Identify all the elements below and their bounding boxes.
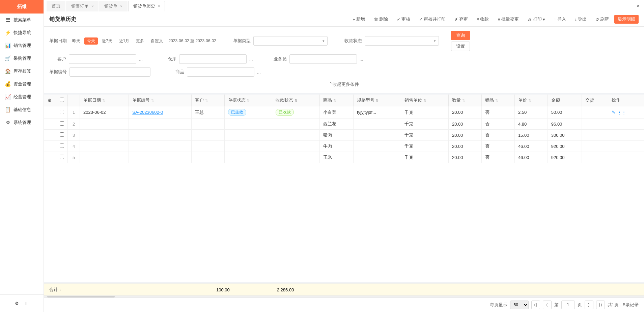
import-button[interactable]: ↑ 导入 (551, 15, 569, 24)
sidebar-item-label: 经营管理 (13, 94, 31, 100)
doc-no-sort[interactable]: 单据编号 ⇅ (132, 97, 188, 103)
collapse-row[interactable]: ⌃ 收起更多条件 (49, 80, 639, 89)
th-spec[interactable]: 规格型号 ⇅ (353, 95, 401, 106)
salesperson-input[interactable] (289, 54, 357, 64)
doc-no-input[interactable] (69, 67, 150, 77)
warehouse-input[interactable] (179, 54, 247, 64)
price-sort[interactable]: 单价 ⇅ (518, 97, 544, 103)
sidebar-item-finance-mgmt[interactable]: 💰 资金管理 (0, 78, 44, 90)
cell-0-3: 2023-06-02 (80, 106, 129, 119)
th-goods[interactable]: 商品 ⇅ (320, 95, 354, 106)
th-doc-status[interactable]: 单据状态 ⇅ (225, 95, 272, 106)
select-all-checkbox[interactable] (60, 98, 64, 102)
batch-change-button[interactable]: ≡ 批量变更 (494, 15, 522, 24)
last-page-button[interactable]: ⟩⟩ (596, 301, 605, 309)
th-unit[interactable]: 销售单位 ⇅ (401, 95, 448, 106)
th-settings[interactable]: ⚙ (44, 95, 56, 106)
th-doc-date[interactable]: 单据日期 ⇅ (80, 95, 129, 106)
doc-no-link[interactable]: SA-20230602-0 (132, 110, 163, 115)
query-button[interactable]: 查询 (451, 31, 470, 40)
cell-4-11: 20.00 (449, 152, 482, 163)
th-checkbox[interactable] (56, 95, 68, 106)
pause-icon[interactable]: ⏸ (24, 301, 29, 306)
customer-dots[interactable]: ... (139, 57, 143, 62)
export-button[interactable]: ↓ 导出 (571, 15, 590, 24)
refresh-button[interactable]: ↺ 刷新 (592, 15, 612, 24)
first-page-button[interactable]: ⟨⟨ (531, 301, 540, 309)
date-tab-1month[interactable]: 近1月 (116, 37, 132, 45)
th-qty[interactable]: 数量 ⇅ (449, 95, 482, 106)
add-button[interactable]: + 新增 (349, 15, 369, 24)
row-checkbox-2[interactable] (60, 132, 64, 137)
row-checkbox-0[interactable] (60, 110, 64, 114)
customer-input[interactable] (69, 54, 136, 64)
sidebar-item-search-menu[interactable]: ☰ 搜索菜单 (0, 14, 44, 26)
th-doc-no[interactable]: 单据编号 ⇅ (129, 95, 192, 106)
doc-date-sort[interactable]: 单据日期 ⇅ (83, 97, 125, 103)
settings-button[interactable]: 设置 (451, 42, 470, 51)
next-page-button[interactable]: ⟩ (585, 301, 593, 309)
row-checkbox-1[interactable] (60, 121, 64, 126)
goods-dots[interactable]: ... (257, 70, 261, 75)
spec-sort[interactable]: 规格型号 ⇅ (357, 97, 397, 103)
qty-sort[interactable]: 数量 ⇅ (452, 97, 478, 103)
collect-status-sort[interactable]: 收款状态 ⇅ (276, 97, 316, 103)
sidebar-item-sales-mgmt[interactable]: 📊 销售管理 (0, 39, 44, 52)
prev-page-button[interactable]: ⟨ (543, 301, 552, 309)
discard-button[interactable]: ✗ 弃审 (451, 15, 471, 24)
row-checkbox-4[interactable] (60, 155, 64, 159)
more-op-btn[interactable]: ⋮⋮ (617, 110, 626, 115)
table-header: ⚙ 单据日期 ⇅ 单据编号 (44, 95, 644, 106)
salesperson-dots[interactable]: ... (360, 57, 363, 62)
sidebar-item-inventory[interactable]: 🏠 库存核算 (0, 65, 44, 78)
row-checkbox-3[interactable] (60, 144, 64, 148)
audit-print-button[interactable]: ✓ 审核并打印 (416, 15, 449, 24)
table-body: 12023-06-02SA-20230602-0王总已生效已收款小白菜tyjyj… (44, 106, 644, 163)
tab-sales-history-close[interactable]: × (158, 4, 160, 8)
th-collect-status[interactable]: 收款状态 ⇅ (272, 95, 320, 106)
sidebar-item-label: 系统管理 (13, 120, 31, 126)
sys-icon: ⚙ (5, 120, 11, 126)
audit-button[interactable]: ✓ 审核 (393, 15, 414, 24)
doc-status-sort[interactable]: 单据状态 ⇅ (228, 97, 269, 103)
collect-button[interactable]: ¥ 收款 (473, 15, 492, 24)
sidebar-item-quick-nav[interactable]: ⚡ 快捷导航 (0, 26, 44, 39)
sidebar-item-label: 基础信息 (13, 107, 31, 113)
warehouse-dots[interactable]: ... (249, 57, 253, 62)
per-page-select[interactable]: 50 100 200 (510, 301, 529, 309)
tab-sales-goods[interactable]: 销货单 × (99, 1, 127, 11)
goods-sort[interactable]: 商品 ⇅ (323, 97, 350, 103)
display-detail-button[interactable]: 显示明细 (614, 15, 639, 24)
collect-status-select[interactable]: ▾ (365, 36, 439, 46)
edit-op-btn[interactable]: ✎ (612, 110, 615, 115)
date-tab-today[interactable]: 今天 (84, 37, 98, 45)
sidebar-item-basic-info[interactable]: 📋 基础信息 (0, 103, 44, 116)
sidebar-item-sys-mgmt[interactable]: ⚙ 系统管理 (0, 116, 44, 129)
settings-bottom-icon[interactable]: ⚙ (15, 301, 19, 306)
customer-sort[interactable]: 客户 ⇅ (195, 97, 221, 103)
sidebar-item-ops-mgmt[interactable]: 📈 经营管理 (0, 90, 44, 103)
sidebar-bottom-actions[interactable]: ⚙ ⏸ (0, 297, 44, 309)
date-tab-7days[interactable]: 近7天 (99, 37, 115, 45)
th-price[interactable]: 单价 ⇅ (514, 95, 548, 106)
gift-sort[interactable]: 赠品 ⇅ (485, 97, 511, 103)
delete-button[interactable]: 🗑 删除 (370, 15, 391, 24)
tab-sales-order-close[interactable]: × (91, 4, 93, 8)
cell-2-13: 15.00 (514, 130, 548, 141)
print-button[interactable]: 🖨 打印 ▾ (524, 15, 549, 24)
tab-sales-goods-close[interactable]: × (120, 4, 122, 8)
th-customer[interactable]: 客户 ⇅ (192, 95, 225, 106)
goods-input[interactable] (187, 67, 254, 77)
unit-sort[interactable]: 销售单位 ⇅ (404, 97, 445, 103)
page-input[interactable] (561, 301, 575, 309)
sidebar-item-purchase-mgmt[interactable]: 🛒 采购管理 (0, 52, 44, 65)
th-gift[interactable]: 赠品 ⇅ (481, 95, 514, 106)
tab-home[interactable]: 首页 (47, 1, 65, 11)
tab-sales-history[interactable]: 销货单历史 × (128, 1, 165, 11)
date-tab-custom[interactable]: 自定义 (148, 37, 166, 45)
doc-type-select[interactable]: ▾ (253, 36, 328, 46)
tab-sales-order[interactable]: 销售订单 × (66, 1, 99, 11)
date-tab-yesterday[interactable]: 昨天 (69, 37, 83, 45)
date-tab-more[interactable]: 更多 (133, 37, 147, 45)
tab-bar-close[interactable]: ✕ (635, 2, 641, 10)
